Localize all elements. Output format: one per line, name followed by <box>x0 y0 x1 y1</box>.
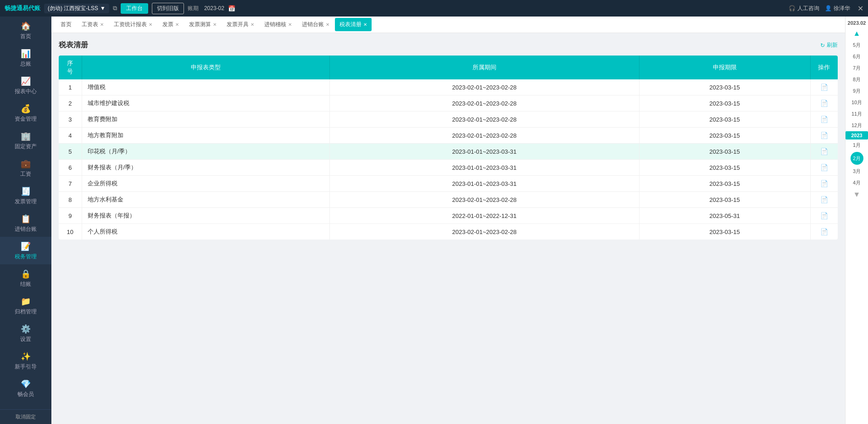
period-down-icon[interactable]: ▼ <box>851 189 862 201</box>
company-selector[interactable]: (勿动) 江西报宝-LSS ▼ <box>44 4 109 13</box>
sidebar-item-purchase-sales[interactable]: 📋进销台账 <box>0 209 51 237</box>
switch-old-button[interactable]: 切到旧版 <box>152 3 184 14</box>
main-layout: 🏠首页📊总账📈报表中心💰资金管理🏢固定资产💼工资🧾发票管理📋进销台账📝税务管理🔒… <box>0 17 868 424</box>
period-2023-4月[interactable]: 4月 <box>846 177 868 189</box>
period-2022-9月[interactable]: 9月 <box>846 85 868 97</box>
tab-close-icon[interactable]: ✕ <box>288 22 292 27</box>
action-cell[interactable]: 📄 <box>810 208 838 224</box>
copy-icon[interactable]: ⧉ <box>113 5 117 12</box>
sidebar-item-closing[interactable]: 🔒结账 <box>0 264 51 292</box>
sidebar-item-fund-mgmt[interactable]: 💰资金管理 <box>0 99 51 127</box>
human-consult[interactable]: 🎧 人工咨询 <box>789 5 819 12</box>
doc-icon[interactable]: 📄 <box>820 84 828 91</box>
period-2022-12月[interactable]: 12月 <box>846 120 868 131</box>
tab-close-icon[interactable]: ✕ <box>250 22 254 27</box>
tab-进销台账[interactable]: 进销台账✕ <box>297 18 334 31</box>
action-cell[interactable]: 📄 <box>810 112 838 128</box>
seq-cell: 9 <box>59 208 82 224</box>
action-cell[interactable]: 📄 <box>810 128 838 144</box>
tab-进销稽核[interactable]: 进销稽核✕ <box>260 18 296 31</box>
period-up-icon[interactable]: ▲ <box>851 28 862 39</box>
company-name: (勿动) 江西报宝-LSS <box>48 5 98 12</box>
table-row: 2城市维护建设税2023-02-01~2023-02-282023-03-15📄 <box>59 95 838 112</box>
action-cell[interactable]: 📄 <box>810 160 838 176</box>
period-2022-11月[interactable]: 11月 <box>846 108 868 120</box>
tab-close-icon[interactable]: ✕ <box>326 22 329 27</box>
action-cell[interactable]: 📄 <box>810 224 838 240</box>
refresh-button[interactable]: ↻ 刷新 <box>820 41 838 49</box>
action-cell[interactable]: 📄 <box>810 95 838 112</box>
user-avatar[interactable]: 👤 徐泽华 <box>825 5 850 12</box>
period-2022-10月[interactable]: 10月 <box>846 97 868 108</box>
type-cell: 财务报表（月/季） <box>82 160 329 176</box>
close-icon[interactable]: ✕ <box>857 4 863 13</box>
chevron-down-icon: ▼ <box>100 5 106 11</box>
doc-icon[interactable]: 📄 <box>820 148 828 155</box>
unpin-button[interactable]: 取消固定 <box>0 409 51 424</box>
sidebar-item-salary[interactable]: 💼工资 <box>0 154 51 182</box>
deadline-cell: 2023-03-15 <box>639 144 810 160</box>
col-所属期间: 所属期间 <box>329 56 639 79</box>
sidebar-item-vip[interactable]: 💎畅会员 <box>0 374 51 402</box>
period-2022-8月[interactable]: 8月 <box>846 74 868 85</box>
seq-cell: 1 <box>59 79 82 95</box>
tab-工资统计报表[interactable]: 工资统计报表✕ <box>109 18 157 31</box>
sidebar-item-settings[interactable]: ⚙️设置 <box>0 319 51 347</box>
period-2022-7月[interactable]: 7月 <box>846 62 868 74</box>
tab-close-icon[interactable]: ✕ <box>100 22 104 27</box>
doc-icon[interactable]: 📄 <box>820 116 828 123</box>
invoice-mgmt-icon: 🧾 <box>21 186 31 196</box>
period-2023-3月[interactable]: 3月 <box>846 166 868 177</box>
tab-close-icon[interactable]: ✕ <box>175 22 179 27</box>
sidebar-item-report-center[interactable]: 📈报表中心 <box>0 72 51 99</box>
type-cell: 地方水利基金 <box>82 192 329 208</box>
col-序号: 序号 <box>59 56 82 79</box>
period-label: 账期 <box>188 5 199 12</box>
action-cell[interactable]: 📄 <box>810 79 838 95</box>
sidebar-item-label: 进销台账 <box>15 225 37 233</box>
period-year-2023[interactable]: 2023 <box>846 131 868 139</box>
tab-发票测算[interactable]: 发票测算✕ <box>184 18 221 31</box>
seq-cell: 5 <box>59 144 82 160</box>
period-2023-1月[interactable]: 1月 <box>846 139 868 151</box>
period-2023-2月[interactable]: 2月 <box>851 152 863 165</box>
action-cell[interactable]: 📄 <box>810 144 838 160</box>
sidebar-item-tax-mgmt[interactable]: 📝税务管理 <box>0 237 51 264</box>
period-2022-6月[interactable]: 6月 <box>846 51 868 62</box>
doc-icon[interactable]: 📄 <box>820 212 828 219</box>
tab-close-icon[interactable]: ✕ <box>363 22 367 27</box>
sidebar-item-home[interactable]: 🏠首页 <box>0 17 51 44</box>
tab-税表清册[interactable]: 税表清册✕ <box>335 18 372 31</box>
action-cell[interactable]: 📄 <box>810 176 838 192</box>
tab-工资表[interactable]: 工资表✕ <box>77 18 108 31</box>
doc-icon[interactable]: 📄 <box>820 228 828 235</box>
sidebar-item-fixed-assets[interactable]: 🏢固定资产 <box>0 127 51 154</box>
sidebar-item-invoice-mgmt[interactable]: 🧾发票管理 <box>0 182 51 209</box>
seq-cell: 8 <box>59 192 82 208</box>
action-cell[interactable]: 📄 <box>810 192 838 208</box>
type-cell: 增值税 <box>82 79 329 95</box>
period-cell: 2023-01-01~2023-03-31 <box>329 144 639 160</box>
doc-icon[interactable]: 📄 <box>820 132 828 139</box>
period-2022-5月[interactable]: 5月 <box>846 39 868 51</box>
tab-label: 进销台账 <box>302 21 324 28</box>
calendar-icon[interactable]: 📅 <box>228 5 235 12</box>
type-cell: 财务报表（年报） <box>82 208 329 224</box>
doc-icon[interactable]: 📄 <box>820 196 828 203</box>
sidebar-item-archive-mgmt[interactable]: 📁归档管理 <box>0 292 51 319</box>
tab-发票[interactable]: 发票✕ <box>158 18 184 31</box>
sidebar-item-new-guide[interactable]: ✨新手引导 <box>0 347 51 374</box>
doc-icon[interactable]: 📄 <box>820 164 828 171</box>
doc-icon[interactable]: 📄 <box>820 100 828 107</box>
tab-首页[interactable]: 首页 <box>56 18 76 31</box>
deadline-cell: 2023-03-15 <box>639 128 810 144</box>
seq-cell: 6 <box>59 160 82 176</box>
page-title: 税表清册 <box>59 40 88 50</box>
tab-close-icon[interactable]: ✕ <box>213 22 217 27</box>
table-row: 9财务报表（年报）2022-01-01~2022-12-312023-05-31… <box>59 208 838 224</box>
sidebar-item-general-ledger[interactable]: 📊总账 <box>0 44 51 72</box>
doc-icon[interactable]: 📄 <box>820 180 828 187</box>
workstation-button[interactable]: 工作台 <box>121 3 148 14</box>
tab-发票开具[interactable]: 发票开具✕ <box>222 18 259 31</box>
tab-close-icon[interactable]: ✕ <box>149 22 152 27</box>
